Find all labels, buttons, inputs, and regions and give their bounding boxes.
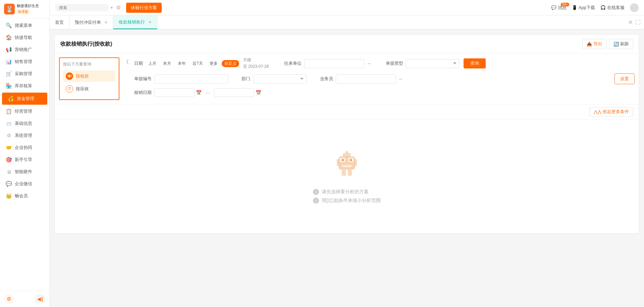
sales-icon: 📊 <box>5 59 12 65</box>
staff-input[interactable] <box>336 74 396 84</box>
empty-num-1: 1 <box>313 189 319 195</box>
sidebar-item-vip[interactable]: 👑 畅会员 <box>0 190 49 202</box>
svg-rect-7 <box>354 159 357 166</box>
filter-option-by-receipt[interactable]: 💴 按收款 <box>63 70 115 82</box>
sidebar-item-quicknav[interactable]: 🏠 快捷导航 <box>0 32 49 44</box>
sidebar-item-guide[interactable]: 🎯 新手引导 <box>0 154 49 166</box>
app-download-icon: 📱 <box>572 5 577 10</box>
tab-receipt-writeoff[interactable]: 收款核销执行 ✕ <box>113 15 157 29</box>
sidebar-label-guide: 新手引导 <box>15 157 32 163</box>
staff-dots[interactable]: ··· <box>399 75 402 83</box>
svg-rect-6 <box>337 159 339 166</box>
date-tab-this-month[interactable]: 本月 <box>160 60 174 67</box>
header-right: 💬 消息 99+ 📱 App下载 🎧 在线客服 <box>551 3 639 12</box>
sidebar-item-hardware[interactable]: 🖥 智能硬件 <box>0 166 49 178</box>
purchase-icon: 🛒 <box>5 71 12 77</box>
query-btn[interactable]: 查询 <box>464 58 486 68</box>
date-tab-last-month[interactable]: 上月 <box>146 60 159 67</box>
collapse-more-label: 收起更多条件 <box>603 109 629 115</box>
empty-state: 1 请先选择要分析的方案 2 用[过滤]条件来缩小分析范围 <box>55 119 639 233</box>
writeoff-date-end-cal-icon[interactable]: 📅 <box>256 90 261 95</box>
header-dropdown-icon[interactable]: ▾ <box>111 5 113 10</box>
department-select[interactable] <box>253 74 307 84</box>
sidebar-item-marketing[interactable]: 📢 营销推广 <box>0 44 49 56</box>
counterpart-dots[interactable]: ··· <box>367 60 370 67</box>
sidebar-logo: 🐰 畅捷通好生意 标准版 <box>0 0 49 18</box>
message-icon: 💬 <box>551 5 556 10</box>
app-name: 畅捷通好生意 <box>17 3 39 8</box>
sidebar-label-system: 系统管理 <box>15 133 32 139</box>
sidebar-menu: 🔍 搜索菜单 🏠 快捷导航 📢 营销推广 📊 销售管理 🛒 采购管理 🏪 库存核… <box>0 18 49 291</box>
sidebar-item-search[interactable]: 🔍 搜索菜单 <box>0 19 49 32</box>
sidebar-item-system[interactable]: ⚙ 系统管理 <box>0 130 49 142</box>
writeoff-date-end[interactable]: 2023-07-21 <box>214 88 254 97</box>
sidebar-item-wechat[interactable]: 💬 企业微信 <box>0 178 49 190</box>
header-app-download[interactable]: 📱 App下载 <box>572 5 595 11</box>
header-message[interactable]: 💬 消息 99+ <box>551 5 567 11</box>
voucher-no-field: 单据编号 <box>134 74 228 84</box>
sidebar-item-enterprise[interactable]: 🤝 企业协同 <box>0 142 49 154</box>
svg-rect-8 <box>342 170 346 176</box>
voucher-no-input[interactable] <box>154 74 228 84</box>
writeoff-date-start[interactable]: 2023-03-01 <box>154 88 195 97</box>
sidebar-label-hardware: 智能硬件 <box>15 169 32 175</box>
sidebar-item-operations[interactable]: 📋 经营管理 <box>0 105 49 117</box>
tab-prepay-close[interactable]: ✕ <box>104 20 108 25</box>
refresh-btn[interactable]: 🔄 刷新 <box>609 39 633 49</box>
main-area: ▾ ⚙ 休验行业方案 💬 消息 99+ 📱 App下载 🎧 在线客服 首页 <box>50 0 644 307</box>
date-tab-more[interactable]: 更多 <box>207 60 220 67</box>
filter-collapse-btn[interactable]: 《 <box>123 57 130 100</box>
date-tab-last-7days[interactable]: 近7天 <box>190 60 206 67</box>
wechat-icon: 💬 <box>5 181 12 187</box>
filter-label-receivable: 按应收 <box>76 86 89 92</box>
search-form: 日期 上月 本月 本年 近7天 更多 自定义 不限 至 <box>134 57 635 100</box>
sidebar-item-inventory[interactable]: 🏪 库存核算 <box>0 80 49 92</box>
tab-home-label: 首页 <box>55 19 64 25</box>
voucher-type-select[interactable] <box>406 59 460 68</box>
header-online-service[interactable]: 🎧 在线客服 <box>600 5 625 11</box>
counterpart-input[interactable] <box>304 59 365 68</box>
hardware-icon: 🖥 <box>5 169 12 175</box>
industry-btn[interactable]: 休验行业方案 <box>126 3 162 13</box>
sidebar-label-search: 搜索菜单 <box>15 22 32 29</box>
receivable-icon: ⏱ <box>66 85 73 93</box>
sidebar-collapse-btn[interactable]: ◀‖ <box>35 295 45 303</box>
tab-close-all-icon[interactable]: ✕ <box>628 19 633 25</box>
tab-expand-icon[interactable]: ⛶ <box>635 19 641 25</box>
receipt-icon: 💴 <box>66 72 73 80</box>
writeoff-date-start-cal-icon[interactable]: 📅 <box>196 90 202 95</box>
header-search-input[interactable] <box>55 4 109 11</box>
sidebar-item-purchase[interactable]: 🛒 采购管理 <box>0 68 49 80</box>
header-gear-icon[interactable]: ⚙ <box>116 4 121 11</box>
sidebar-item-sales[interactable]: 📊 销售管理 <box>0 56 49 68</box>
page-title-bar: 收款核销执行(按收款) 📤 导出 🔄 刷新 <box>55 35 639 53</box>
tab-receipt-writeoff-close[interactable]: ✕ <box>148 20 152 24</box>
user-avatar[interactable] <box>630 3 639 12</box>
export-btn[interactable]: 📤 导出 <box>582 39 606 49</box>
sidebar-item-funds[interactable]: 💰 资金管理 <box>2 93 47 105</box>
sidebar-label-wechat: 企业微信 <box>15 181 32 187</box>
voucher-type-label: 单据类型 <box>386 60 403 66</box>
empty-icon <box>330 146 364 181</box>
robot-illustration <box>330 146 364 180</box>
sidebar-item-basic[interactable]: 🗃 基础信息 <box>0 117 49 130</box>
tab-bar-right: ✕ ⛶ <box>625 15 644 29</box>
tab-prepay[interactable]: 预付冲应付单 ✕ <box>69 15 113 29</box>
voucher-type-field: 单据类型 查询 <box>386 58 486 68</box>
svg-rect-3 <box>342 165 352 167</box>
empty-hint-2: 2 用[过滤]条件来缩小分析范围 <box>313 198 381 204</box>
writeoff-date-end-group: 2023-07-21 📅 <box>214 88 261 97</box>
svg-point-11 <box>350 159 352 161</box>
settings-bottom-btn[interactable]: ⚙ <box>4 294 13 304</box>
search-panel: 按以下方案查询 💴 按收款 ⏱ 按应收 《 <box>55 53 639 104</box>
tab-home[interactable]: 首页 <box>50 15 69 29</box>
setting-btn[interactable]: 设置 <box>614 73 635 84</box>
date-tab-this-year[interactable]: 本年 <box>175 60 189 67</box>
app-name-area: 畅捷通好生意 标准版 <box>17 3 39 14</box>
filter-option-by-receivable[interactable]: ⏱ 按应收 <box>63 83 115 95</box>
sidebar-label-inventory: 库存核算 <box>15 83 32 89</box>
home-icon: 🏠 <box>5 35 12 41</box>
date-tab-custom[interactable]: 自定义 <box>222 60 239 67</box>
app-logo-icon: 🐰 <box>4 4 15 14</box>
collapse-more-btn[interactable]: ⋀⋀ 收起更多条件 <box>590 107 633 116</box>
